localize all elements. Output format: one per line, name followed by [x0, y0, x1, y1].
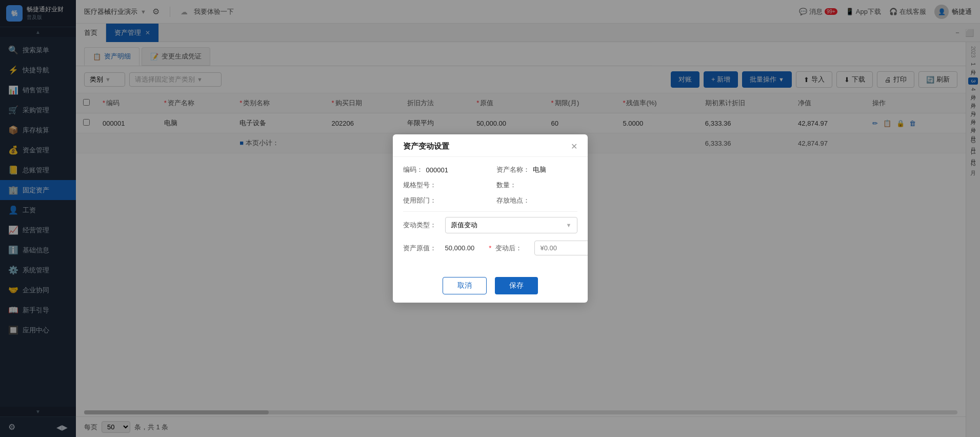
code-label: 编码：: [403, 165, 423, 174]
dialog-form-row-type: 变动类型： 原值变动 ▼: [403, 217, 577, 233]
change-type-dropdown-icon: ▼: [566, 222, 572, 228]
dialog-row-1: 编码： 000001 资产名称： 电脑: [403, 165, 577, 174]
change-type-value: 原值变动: [451, 221, 477, 230]
field-spec: 规格型号：: [403, 181, 484, 190]
dialog-form-row-value: 资产原值： 50,000.00 * 变动后：: [403, 241, 577, 255]
dialog-header: 资产变动设置 ✕: [393, 134, 588, 157]
name-label: 资产名称：: [496, 165, 530, 174]
original-value-label: 资产原值：: [403, 244, 439, 253]
save-button[interactable]: 保存: [495, 277, 538, 294]
after-change-input[interactable]: [534, 241, 587, 255]
change-type-label: 变动类型：: [403, 221, 439, 230]
name-value: 电脑: [533, 165, 546, 174]
required-star: *: [489, 244, 491, 252]
dialog-divider: [403, 211, 577, 212]
field-location: 存放地点：: [496, 196, 577, 205]
field-dept: 使用部门：: [403, 196, 484, 205]
dept-label: 使用部门：: [403, 196, 436, 205]
dialog-row-2: 规格型号： 数量：: [403, 181, 577, 190]
quantity-label: 数量：: [496, 181, 516, 190]
dialog-body: 编码： 000001 资产名称： 电脑 规格型号： 数量：: [393, 157, 588, 271]
original-value-display: 50,000.00: [445, 244, 475, 252]
dialog-title: 资产变动设置: [403, 142, 449, 151]
field-code: 编码： 000001: [403, 165, 484, 174]
modal-overlay: 资产变动设置 ✕ 编码： 000001 资产名称： 电脑 规格型号：: [0, 0, 980, 437]
save-label: 保存: [509, 281, 524, 289]
location-label: 存放地点：: [496, 196, 530, 205]
dialog-row-3: 使用部门： 存放地点：: [403, 196, 577, 205]
code-value: 000001: [426, 166, 448, 174]
field-quantity: 数量：: [496, 181, 577, 190]
cancel-button[interactable]: 取消: [443, 277, 487, 294]
after-change-label: 变动后：: [495, 244, 531, 253]
cancel-label: 取消: [457, 281, 472, 289]
spec-label: 规格型号：: [403, 181, 436, 190]
dialog-footer: 取消 保存: [393, 271, 588, 303]
field-name: 资产名称： 电脑: [496, 165, 577, 174]
asset-change-dialog: 资产变动设置 ✕ 编码： 000001 资产名称： 电脑 规格型号：: [393, 134, 588, 303]
dialog-close-icon[interactable]: ✕: [571, 142, 577, 151]
change-type-select[interactable]: 原值变动 ▼: [445, 217, 577, 233]
